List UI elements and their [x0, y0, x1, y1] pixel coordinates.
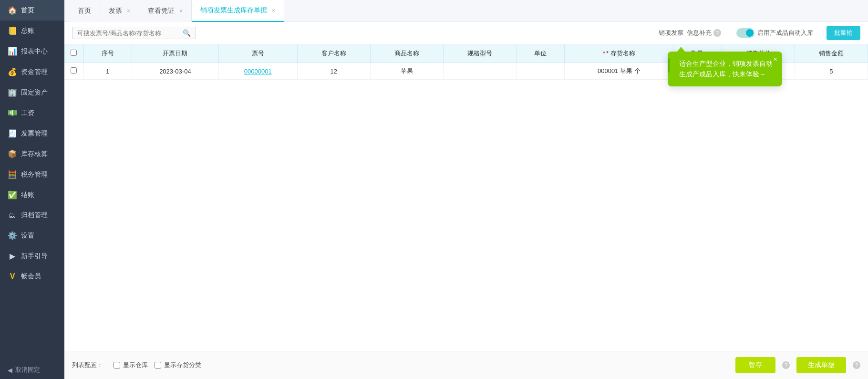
- sidebar-item-settings[interactable]: ⚙️ 设置: [0, 225, 64, 246]
- save-button[interactable]: 暂存: [735, 357, 775, 373]
- unpin-label: 取消固定: [15, 366, 40, 374]
- generate-help-icon[interactable]: ?: [853, 361, 860, 369]
- bottom-bar: 列表配置： 显示仓库 显示存货分类 暂存 ? 生成单据 ?: [64, 351, 868, 379]
- sidebar-item-home[interactable]: 🏠 首页: [0, 0, 64, 21]
- sidebar-item-label: 发票管理: [21, 129, 48, 138]
- toolbar: 🔍 销项发票_信息补充 ? 启用产成品自动入库 批量输: [64, 22, 868, 44]
- show-category-group[interactable]: 显示存货分类: [155, 361, 201, 369]
- info-label: 销项发票_信息补充 ?: [659, 29, 721, 37]
- settings-icon: ⚙️: [8, 231, 17, 240]
- search-input[interactable]: [77, 30, 180, 37]
- required-star: *: [603, 50, 605, 57]
- generate-button[interactable]: 生成单据: [796, 357, 846, 373]
- col-customer: 客户名称: [297, 44, 370, 63]
- salary-icon: 💵: [8, 108, 17, 117]
- report-icon: 📊: [8, 47, 17, 56]
- vip-icon: V: [8, 272, 17, 281]
- cell-product: 苹果: [370, 63, 443, 80]
- tab-invoice-close[interactable]: ×: [127, 8, 130, 14]
- tab-invoice[interactable]: 发票 ×: [100, 0, 139, 22]
- tooltip-text: 适合生产型企业，销项发票自动生成产成品入库，快来体验～: [675, 58, 775, 80]
- search-box[interactable]: 🔍: [72, 27, 196, 39]
- sidebar-item-salary[interactable]: 💵 工资: [0, 103, 64, 123]
- invoice-icon: 🧾: [8, 129, 17, 138]
- sidebar-item-guide[interactable]: ▶ 新手引导: [0, 246, 64, 266]
- show-warehouse-checkbox[interactable]: [114, 362, 120, 368]
- sidebar-item-report[interactable]: 📊 报表中心: [0, 41, 64, 62]
- main-content: 首页 发票 × 查看凭证 × 销项发票生成库存单据 × 🔍 销项发票_信息补充 …: [64, 0, 868, 379]
- tab-stock-doc-label: 销项发票生成库存单据: [200, 6, 267, 15]
- sidebar-item-vip[interactable]: V 畅会员: [0, 266, 64, 286]
- sidebar-item-archive[interactable]: 🗂 归档管理: [0, 205, 64, 225]
- tab-stock-doc[interactable]: 销项发票生成库存单据 ×: [192, 0, 284, 22]
- sidebar-item-ledger[interactable]: 📒 总账: [0, 21, 64, 41]
- toggle-thumb: [746, 29, 754, 37]
- cell-date: 2023-03-04: [132, 63, 218, 80]
- table-container: 序号 开票日期 票号 客户名称 商品名称 规格型号 单位 ** 存货名称 数量 …: [64, 44, 868, 351]
- col-spec: 规格型号: [443, 44, 516, 63]
- sidebar-item-fund[interactable]: 💰 资金管理: [0, 62, 64, 82]
- col-seq: 序号: [83, 44, 132, 63]
- sidebar-item-label: 资金管理: [21, 68, 48, 76]
- cell-spec: [443, 63, 516, 80]
- cell-seq: 1: [83, 63, 132, 80]
- archive-icon: 🗂: [8, 211, 17, 220]
- show-warehouse-group[interactable]: 显示仓库: [114, 361, 148, 369]
- unpin-icon: ◀: [8, 367, 12, 374]
- info-text: 销项发票_信息补充: [659, 29, 712, 37]
- tab-home-label: 首页: [78, 7, 91, 15]
- toggle-switch[interactable]: 启用产成品自动入库: [736, 28, 813, 38]
- sidebar-item-tax[interactable]: 🧮 税务管理: [0, 164, 64, 185]
- info-icon[interactable]: ?: [713, 29, 721, 37]
- tab-stock-doc-close[interactable]: ×: [272, 7, 275, 14]
- tooltip-popup: × 适合生产型企业，销项发票自动生成产成品入库，快来体验～: [668, 52, 782, 86]
- sidebar-item-label: 新手引导: [21, 252, 48, 261]
- sidebar-item-label: 设置: [21, 232, 34, 240]
- tab-voucher-close[interactable]: ×: [179, 8, 183, 14]
- col-ticket-no: 票号: [218, 44, 297, 63]
- sidebar-item-label: 首页: [21, 6, 34, 15]
- sidebar-item-label: 结账: [21, 191, 34, 200]
- sidebar: 🏠 首页 📒 总账 📊 报表中心 💰 资金管理 🏢 固定资产 💵 工资 🧾 发票…: [0, 0, 64, 379]
- tab-voucher[interactable]: 查看凭证 ×: [139, 0, 192, 22]
- unpin-button[interactable]: ◀ 取消固定: [0, 361, 64, 379]
- sidebar-item-invoice[interactable]: 🧾 发票管理: [0, 123, 64, 144]
- toggle-track[interactable]: [736, 28, 754, 38]
- sidebar-item-close[interactable]: ✅ 结账: [0, 185, 64, 205]
- cell-customer: 12: [297, 63, 370, 80]
- sidebar-item-label: 总账: [21, 27, 34, 35]
- sidebar-item-label: 固定资产: [21, 88, 48, 97]
- save-help-icon[interactable]: ?: [782, 361, 790, 369]
- search-icon: 🔍: [183, 29, 191, 37]
- tax-icon: 🧮: [8, 170, 17, 179]
- batch-input-button[interactable]: 批量输: [827, 26, 860, 40]
- cell-ticket-no[interactable]: 00000001: [218, 63, 297, 80]
- tab-bar: 首页 发票 × 查看凭证 × 销项发票生成库存单据 ×: [64, 0, 868, 22]
- tooltip-bar: [668, 58, 670, 73]
- select-all-checkbox[interactable]: [71, 50, 77, 56]
- sidebar-item-assets[interactable]: 🏢 固定资产: [0, 82, 64, 103]
- list-config-label: 列表配置：: [72, 361, 103, 369]
- tab-voucher-label: 查看凭证: [148, 7, 175, 15]
- col-product: 商品名称: [370, 44, 443, 63]
- fund-icon: 💰: [8, 67, 17, 76]
- show-category-checkbox[interactable]: [155, 362, 161, 368]
- show-warehouse-label: 显示仓库: [123, 361, 148, 369]
- show-category-label: 显示存货分类: [164, 361, 201, 369]
- cell-unit: [516, 63, 564, 80]
- home-icon: 🏠: [8, 6, 17, 15]
- ledger-icon: 📒: [8, 26, 17, 35]
- sidebar-item-inventory[interactable]: 📦 库存核算: [0, 144, 64, 164]
- col-amount: 销售金额: [795, 44, 868, 63]
- tooltip-close-button[interactable]: ×: [773, 55, 777, 63]
- ticket-no-link[interactable]: 00000001: [244, 68, 272, 75]
- sidebar-item-label: 库存核算: [21, 150, 48, 158]
- col-inventory: ** 存货名称: [565, 44, 673, 63]
- inventory-icon: 📦: [8, 149, 17, 158]
- row-checkbox[interactable]: [71, 67, 77, 74]
- sidebar-item-label: 税务管理: [21, 170, 48, 179]
- tab-home[interactable]: 首页: [69, 0, 100, 22]
- col-unit: 单位: [516, 44, 564, 63]
- sidebar-item-label: 畅会员: [21, 272, 41, 281]
- sidebar-item-label: 工资: [21, 109, 34, 117]
